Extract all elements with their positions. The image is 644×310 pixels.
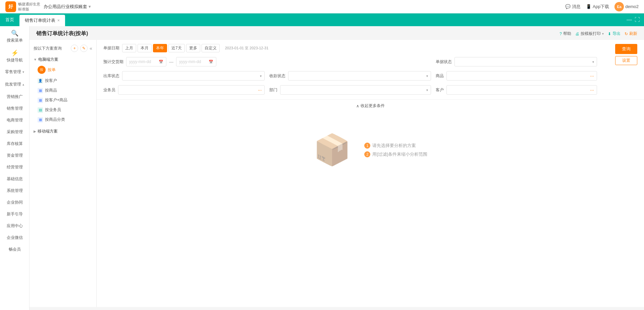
scheme-item-anjian[interactable]: 按 按单	[30, 64, 96, 76]
ship-status-cell: 出库状态 ▾	[103, 71, 265, 81]
scheme-item-ankehu[interactable]: 👤 按客户	[30, 76, 96, 86]
sidebar-item-newuser[interactable]: 新手引导	[0, 208, 29, 220]
last-month-btn[interactable]: 上月	[122, 44, 136, 52]
tab-minimize-icon[interactable]: —	[627, 17, 632, 23]
export-button[interactable]: ⬇ 导出	[608, 31, 621, 37]
calendar-icon: 📅	[159, 60, 163, 64]
customer-dots[interactable]: ···	[590, 87, 594, 93]
left-panel: 按以下方案查询 + ✎ « ▼ 电脑端方案 按 按单	[30, 40, 97, 307]
sidebar-item-wholesale[interactable]: 批发管理 ▴	[0, 78, 29, 91]
filter-action-buttons: 查询 设置	[615, 44, 637, 65]
sidebar-item-vip[interactable]: 畅会员	[0, 243, 29, 255]
search-button[interactable]: 查询	[615, 44, 637, 54]
split-panel: 按以下方案查询 + ✎ « ▼ 电脑端方案 按 按单	[30, 40, 644, 307]
scheme-group-mobile-title[interactable]: ▶ 移动端方案	[30, 127, 96, 136]
message-button[interactable]: 💬 消息	[565, 4, 581, 10]
settings-button[interactable]: 设置	[615, 56, 637, 65]
page-header: 销售订单统计表(按单) ? 帮助 🖨 按模板打印 ▾ ⬇ 导出 ↻ 刷新	[30, 26, 644, 40]
avatar: Ea	[614, 2, 624, 11]
main-layout: 🔍 搜索菜单 ⚡ 快捷导航 零售管理 ▾ 批发管理 ▴ 营销推广 销售管理	[0, 26, 644, 310]
help-button[interactable]: ? 帮助	[559, 31, 571, 37]
customer-label: 客户	[436, 87, 444, 93]
goods-label: 商品	[436, 73, 444, 79]
tab-close-icon[interactable]: ×	[57, 18, 60, 23]
user-menu[interactable]: Ea demo2	[614, 2, 639, 11]
sidebar-item-marketing[interactable]: 营销推广	[0, 91, 29, 102]
sidebar-item-ecommerce[interactable]: 电商管理	[0, 114, 29, 126]
scheme-person-icon: 👤	[38, 78, 43, 84]
sidebar-item-weixin[interactable]: 企业微信	[0, 231, 29, 243]
sidebar-item-sales[interactable]: 销售管理	[0, 102, 29, 114]
tab-maximize-icon[interactable]: ⛶	[635, 17, 640, 23]
salesperson-cell: 业务员 ···	[103, 85, 265, 95]
department-select[interactable]: ▾	[280, 85, 431, 95]
date-label: 单据日期	[103, 45, 119, 51]
sidebar-item-purchase[interactable]: 采购管理	[0, 126, 29, 138]
sidebar-item-operations[interactable]: 经营管理	[0, 161, 29, 173]
chevron-down-icon: ▾	[260, 74, 262, 78]
sidebar-item-system[interactable]: 系统管理	[0, 185, 29, 196]
top-bar: 好 畅捷通好生意 标准版 办公用品行业模拟账套 ▾ 💬 消息 📱 App下载 E…	[0, 0, 644, 13]
refresh-button[interactable]: ↻ 刷新	[625, 31, 637, 37]
app-download-button[interactable]: 📱 App下载	[586, 4, 609, 10]
add-scheme-button[interactable]: +	[71, 45, 78, 52]
doc-status-select[interactable]: ▾	[454, 57, 597, 66]
sidebar-item-appstore[interactable]: 应用中心	[0, 220, 29, 231]
collapse-more-button[interactable]: ∧ 收起更多条件	[97, 99, 644, 112]
content-area: 销售订单统计表(按单) ? 帮助 🖨 按模板打印 ▾ ⬇ 导出 ↻ 刷新	[30, 26, 644, 310]
this-year-btn[interactable]: 本年	[153, 44, 167, 52]
empty-state: 📦 1 请先选择要分析的方案 2 用[过滤]条件来缩小分析范围	[97, 112, 644, 188]
sidebar-item-corp[interactable]: 企业协同	[0, 196, 29, 208]
collapse-panel-button[interactable]: «	[90, 46, 92, 51]
scheme-item-anshangpin-fenl[interactable]: ▦ 按商品分类	[30, 115, 96, 124]
print-dropdown-icon[interactable]: ▾	[602, 32, 604, 36]
breadcrumb: 办公用品行业模拟账套 ▾	[44, 4, 91, 10]
scheme-group-pc-title[interactable]: ▼ 电脑端方案	[30, 55, 96, 64]
sidebar-item-inventory[interactable]: 库存核算	[0, 138, 29, 149]
scheme-item-ankehu-shangpin[interactable]: ▦ 按客户+商品	[30, 95, 96, 105]
goods-input[interactable]: ···	[446, 71, 597, 81]
receipt-status-cell: 收款状态 ▾	[269, 71, 431, 81]
breadcrumb-dropdown[interactable]: ▾	[89, 4, 91, 9]
salesperson-dots[interactable]: ···	[258, 87, 262, 93]
goods-dots[interactable]: ···	[590, 73, 594, 79]
customer-input[interactable]: ···	[446, 85, 597, 95]
calendar-icon2: 📅	[209, 60, 213, 64]
sidebar-nav: 🔍 搜索菜单 ⚡ 快捷导航 零售管理 ▾ 批发管理 ▴ 营销推广 销售管理	[0, 26, 29, 255]
custom-date-btn[interactable]: 自定义	[202, 44, 220, 52]
expected-delivery-end-input[interactable]: yyyy-mm-dd 📅	[176, 57, 216, 66]
expected-delivery-label: 预计交货期	[103, 59, 123, 65]
chevron-down-icon: ▾	[426, 88, 428, 92]
scheme-group-pc: ▼ 电脑端方案 按 按单 👤 按客户 ▦ 按商品	[30, 54, 96, 126]
scheme-item-anyewuyuan[interactable]: ▤ 按业务员	[30, 105, 96, 115]
customer-cell: 客户 ···	[436, 85, 597, 95]
more-date-btn[interactable]: 更多	[186, 44, 200, 52]
this-month-btn[interactable]: 本月	[138, 44, 152, 52]
sidebar-item-search[interactable]: 🔍 搜索菜单	[0, 26, 29, 46]
chevron-down-icon: ▼	[34, 58, 37, 61]
export-icon: ⬇	[608, 32, 611, 36]
ship-status-select[interactable]: ▾	[122, 71, 265, 81]
page-actions: ? 帮助 🖨 按模板打印 ▾ ⬇ 导出 ↻ 刷新	[559, 31, 637, 37]
department-label: 部门	[269, 87, 277, 93]
collapse-icon: ∧	[356, 104, 359, 108]
empty-illustration: 📦	[313, 132, 351, 167]
sidebar-item-shortcut[interactable]: ⚡ 快捷导航	[0, 46, 29, 66]
sidebar-item-retail[interactable]: 零售管理 ▾	[0, 66, 29, 78]
ship-status-label: 出库状态	[103, 73, 119, 79]
salesperson-input[interactable]: ···	[118, 85, 265, 95]
scheme-item-anshangpin[interactable]: ▦ 按商品	[30, 86, 96, 95]
edit-scheme-button[interactable]: ✎	[80, 45, 88, 52]
tab-bar-actions: — ⛶	[627, 17, 644, 23]
last7-btn[interactable]: 近7天	[168, 44, 185, 52]
tab-sales-order[interactable]: 销售订单统计表 ×	[19, 15, 65, 26]
tab-home[interactable]: 首页	[0, 13, 19, 26]
print-button[interactable]: 🖨 按模板打印 ▾	[575, 31, 604, 37]
sidebar-item-basic[interactable]: 基础信息	[0, 173, 29, 185]
date-dash: —	[169, 59, 173, 64]
sidebar: 🔍 搜索菜单 ⚡ 快捷导航 零售管理 ▾ 批发管理 ▴ 营销推广 销售管理	[0, 26, 30, 310]
receipt-status-select[interactable]: ▾	[288, 71, 431, 81]
sidebar-item-finance[interactable]: 资金管理	[0, 149, 29, 161]
doc-status-cell: 单据状态 ▾	[436, 57, 597, 66]
expected-delivery-start-input[interactable]: yyyy-mm-dd 📅	[126, 57, 166, 66]
